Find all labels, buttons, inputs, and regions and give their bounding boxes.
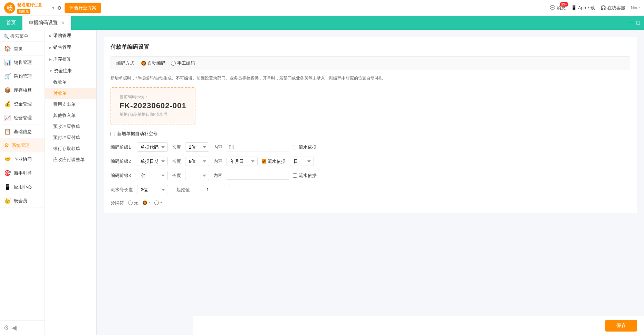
prefix3-select[interactable]: 空 — [137, 171, 168, 180]
tab-spacer — [71, 16, 624, 30]
watermark3-label: 流水依据 — [299, 173, 317, 179]
member-icon: 👑 — [4, 197, 11, 204]
prefix1-label: 编码前缀1 — [110, 144, 133, 150]
trial-button[interactable]: 体验行业方案 — [65, 3, 101, 13]
sidebar-item-apps[interactable]: 📱 应用中心 — [0, 180, 45, 194]
tab-close-icon[interactable]: ✕ — [61, 20, 65, 25]
prefix2-select[interactable]: 单据日期 — [137, 157, 168, 166]
sidebar-item-operation[interactable]: 📈 经营管理 — [0, 111, 45, 125]
encoding-method-section: 编码方式 自动编码 手工编码 — [110, 56, 630, 70]
tab-home-label: 首页 — [6, 20, 16, 26]
maximize-btn[interactable]: □ — [636, 20, 640, 26]
auto-fill-checkbox[interactable] — [110, 132, 115, 136]
sub-item-advance-offset[interactable]: 预付冲应付单 — [45, 132, 96, 143]
sub-section-inventory-title[interactable]: ▶ 库存核算 — [45, 53, 96, 65]
manual-encode-label: 手工编码 — [177, 60, 195, 66]
sub-item-other-income[interactable]: 其他收入单 — [45, 110, 96, 121]
search-icon: 🔍 — [3, 34, 9, 39]
separator-none-label: 无 — [134, 200, 138, 206]
sub-item-expense[interactable]: 费用支出单 — [45, 99, 96, 110]
message-area[interactable]: 💬 消息 99+ — [550, 5, 566, 11]
content-area: 付款单编码设置 编码方式 自动编码 手工编码 新增单据时，*单据编码*自动生成、… — [97, 30, 644, 335]
company-name: ▾ — [52, 5, 55, 10]
settings-bottom-icon[interactable]: ⚙ — [3, 324, 9, 332]
nav-expand-area: — □ — [624, 16, 644, 30]
sidebar-item-purchase[interactable]: 🛒 采购管理 — [0, 69, 45, 83]
auto-encode-radio[interactable]: 自动编码 — [141, 60, 165, 66]
watermark1-checkbox-label[interactable]: 流水依据 — [293, 144, 317, 150]
watermark3-checkbox-label[interactable]: 流水依据 — [293, 173, 317, 179]
form-row-3: 编码前缀3 空 长度 内容 流水依据 — [110, 171, 630, 180]
sub-section-purchase-title[interactable]: ▶ 采购管理 — [45, 30, 96, 41]
separator-dot[interactable]: · — [143, 199, 150, 206]
watermark3-checkbox[interactable] — [293, 173, 297, 178]
watermark2-checkbox-label[interactable]: 流水依据 — [262, 158, 286, 165]
auto-encode-input[interactable] — [141, 61, 146, 66]
prefix1-select[interactable]: 单据代码 — [137, 142, 168, 152]
start-value-input[interactable] — [203, 185, 230, 194]
separator-dot2-label: · — [160, 199, 162, 206]
sub-item-payment[interactable]: 付款单 — [45, 88, 96, 99]
section-title-label: 采购管理 — [53, 32, 71, 39]
online-service-area[interactable]: 🎧 在线客服 — [600, 5, 625, 11]
serial-select[interactable]: 3位 4位 5位 — [137, 185, 168, 194]
section-title-label: 资金往来 — [54, 68, 72, 74]
sidebar-item-enterprise[interactable]: 🤝 企业协同 — [0, 152, 45, 166]
sidebar-item-guide[interactable]: 🎯 新手引导 — [0, 166, 45, 180]
tab-home[interactable]: 首页 — [0, 16, 22, 30]
separator-options: 无 · · — [128, 199, 162, 206]
top-bar-left: 畅 畅通道好生意 插曲版 ▾ ⚙ 体验行业方案 — [4, 2, 101, 14]
tab-encoding-label: 单据编码设置 — [29, 20, 58, 26]
sidebar-item-system[interactable]: ⚙ 系统管理 — [0, 139, 45, 152]
sidebar-item-inventory[interactable]: 📦 库存核算 — [0, 83, 45, 97]
system-icon: ⚙ — [4, 142, 9, 149]
sub-section-capital-title[interactable]: ▼ 资金往来 — [45, 65, 96, 77]
length2-select[interactable]: 8位 — [185, 157, 209, 166]
sidebar-item-member[interactable]: 👑 畅会员 — [0, 194, 45, 208]
settings-icon[interactable]: ⚙ — [57, 5, 62, 11]
sub-section-sales-title[interactable]: ▶ 销售管理 — [45, 41, 96, 53]
length1-label: 长度 — [172, 144, 181, 150]
minimize-btn[interactable]: — — [628, 20, 634, 26]
separator-dot2[interactable]: · — [154, 199, 162, 206]
username[interactable]: Nare — [631, 6, 640, 10]
save-button[interactable]: 保存 — [605, 320, 637, 332]
sub-item-receipt[interactable]: 收款单 — [45, 77, 96, 88]
separator-none[interactable]: 无 — [128, 200, 138, 206]
sidebar-search[interactable]: 🔍 搜索菜单 — [0, 30, 45, 42]
separator-row: 分隔符 无 · · — [110, 199, 630, 206]
separator-dot2-radio[interactable] — [154, 201, 159, 205]
content2-select[interactable]: 年月日 — [227, 157, 258, 166]
app-download-area[interactable]: 📱 App下载 — [571, 5, 595, 11]
content1-input[interactable] — [227, 143, 289, 151]
sidebar-item-basic[interactable]: 📋 基础信息 — [0, 125, 45, 139]
sub-item-adjustment[interactable]: 应收应付调整单 — [45, 154, 96, 165]
app-download-label: App下载 — [578, 5, 595, 11]
watermark2-label: 流水依据 — [268, 158, 286, 165]
manual-encode-radio[interactable]: 手工编码 — [171, 60, 195, 66]
sub-section-purchase: ▶ 采购管理 — [45, 30, 96, 41]
purchase-icon: 🛒 — [4, 73, 11, 80]
download-icon: 📱 — [571, 5, 577, 10]
collapse-icon[interactable]: ◀ — [12, 324, 17, 332]
inventory-icon: 📦 — [4, 87, 11, 93]
sidebar-item-label: 库存核算 — [14, 87, 32, 93]
sidebar-item-home[interactable]: 🏠 首页 — [0, 42, 45, 56]
manual-encode-input[interactable] — [171, 61, 176, 66]
cycle-select[interactable]: 日 月 年 — [290, 157, 314, 166]
sub-item-prepay-offset[interactable]: 预收冲应收单 — [45, 121, 96, 132]
length3-select[interactable] — [185, 171, 209, 180]
content3-input[interactable] — [227, 171, 289, 180]
watermark2-checkbox[interactable] — [262, 159, 266, 164]
sidebar-item-sales[interactable]: 📊 销售管理 — [0, 56, 45, 69]
sub-item-bank[interactable]: 银行存取款单 — [45, 143, 96, 154]
separator-none-radio[interactable] — [128, 201, 133, 205]
sidebar-item-finance[interactable]: 💰 资金管理 — [0, 97, 45, 111]
tab-encoding-settings[interactable]: 单据编码设置 ✕ — [22, 16, 71, 30]
logo-icon: 畅 — [4, 2, 15, 13]
watermark1-checkbox[interactable] — [293, 145, 297, 149]
separator-dot-radio[interactable] — [143, 201, 147, 205]
arrow-down-icon: ▼ — [49, 69, 52, 73]
length1-select[interactable]: 2位 — [185, 142, 209, 152]
main-layout: 🔍 搜索菜单 🏠 首页 📊 销售管理 🛒 采购管理 📦 库存核算 💰 资金管理 … — [0, 30, 644, 335]
